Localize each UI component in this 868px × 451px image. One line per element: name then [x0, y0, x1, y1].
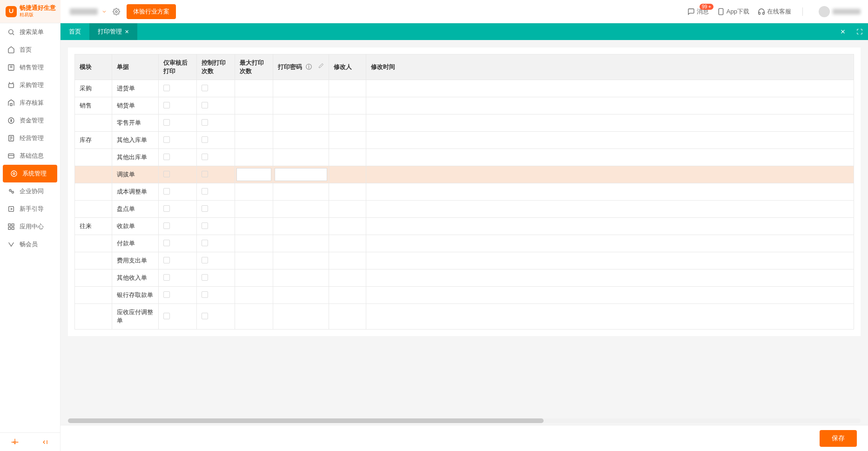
approved-only-checkbox[interactable]	[163, 85, 170, 91]
tab-home[interactable]: 首页	[61, 23, 89, 40]
cell-modify-time	[366, 287, 854, 304]
cell-max-count	[235, 304, 273, 330]
approved-only-checkbox[interactable]	[163, 205, 170, 212]
svg-point-18	[11, 171, 17, 176]
column-header-control_count: 控制打印次数	[197, 54, 235, 80]
cell-password	[273, 269, 329, 287]
cell-modifier	[329, 201, 366, 218]
cell-modifier	[329, 166, 366, 183]
cell-modify-time	[366, 252, 854, 269]
table-row: 成本调整单	[75, 183, 854, 201]
collapse-icon[interactable]	[41, 438, 49, 446]
approved-only-checkbox[interactable]	[163, 102, 170, 108]
online-service-button[interactable]: 在线客服	[758, 7, 791, 16]
approved-only-checkbox[interactable]	[163, 136, 170, 143]
cell-modify-time	[366, 235, 854, 252]
cell-max-count	[235, 132, 273, 149]
experience-plan-button[interactable]: 体验行业方案	[127, 4, 176, 19]
sidebar-item-collab[interactable]: 企业协同	[0, 182, 60, 200]
cell-approved-only	[159, 235, 197, 252]
approved-only-checkbox[interactable]	[163, 171, 170, 177]
sidebar-item-appcenter[interactable]: 应用中心	[0, 218, 60, 236]
control-count-checkbox[interactable]	[202, 274, 208, 281]
cell-max-count	[235, 201, 273, 218]
search-menu-icon	[7, 28, 15, 36]
approved-only-checkbox[interactable]	[163, 291, 170, 298]
cell-module: 采购	[75, 80, 112, 97]
control-count-checkbox[interactable]	[202, 154, 208, 160]
sidebar-item-search-menu[interactable]: 搜索菜单	[0, 23, 60, 41]
cell-approved-only	[159, 287, 197, 304]
approved-only-checkbox[interactable]	[163, 188, 170, 195]
sidebar-item-sales[interactable]: 销售管理	[0, 59, 60, 76]
svg-point-3	[9, 30, 13, 34]
table-row: 往来收款单	[75, 218, 854, 235]
sidebar-item-business[interactable]: 经营管理	[0, 129, 60, 147]
svg-rect-9	[10, 103, 12, 106]
approved-only-checkbox[interactable]	[163, 119, 170, 126]
cell-module	[75, 304, 112, 330]
max-count-input[interactable]	[236, 168, 271, 181]
gear-icon[interactable]	[113, 8, 120, 15]
control-count-checkbox[interactable]	[202, 222, 208, 229]
password-input[interactable]	[275, 168, 327, 181]
sidebar-item-home[interactable]: 首页	[0, 41, 60, 59]
close-icon[interactable]: ✕	[125, 29, 129, 35]
cell-password	[273, 132, 329, 149]
cell-module	[75, 114, 112, 132]
approved-only-checkbox[interactable]	[163, 257, 170, 263]
control-count-checkbox[interactable]	[202, 171, 208, 177]
control-count-checkbox[interactable]	[202, 85, 208, 91]
sidebar-item-purchase[interactable]: 采购管理	[0, 76, 60, 94]
table-row: 应收应付调整单	[75, 304, 854, 330]
control-count-checkbox[interactable]	[202, 136, 208, 143]
sidebar-item-inventory[interactable]: 库存核算	[0, 94, 60, 112]
top-header: 畅捷通好生意 精易版 体验行业方案 消息 99 + App下载	[0, 0, 868, 23]
approved-only-checkbox[interactable]	[163, 240, 170, 246]
help-icon[interactable]: ⓘ	[306, 63, 312, 70]
message-button[interactable]: 消息 99 +	[687, 7, 709, 16]
control-count-checkbox[interactable]	[202, 119, 208, 126]
sidebar-item-basic[interactable]: 基础信息	[0, 147, 60, 165]
sidebar-item-system[interactable]: 系统管理	[3, 165, 57, 182]
control-count-checkbox[interactable]	[202, 240, 208, 246]
user-menu[interactable]	[819, 6, 861, 17]
fullscreen-icon[interactable]	[851, 23, 868, 40]
cell-password	[273, 97, 329, 114]
horizontal-scrollbar[interactable]	[68, 418, 861, 423]
tab-print[interactable]: 打印管理✕	[89, 23, 137, 40]
control-count-checkbox[interactable]	[202, 313, 208, 319]
tab-close-all-icon[interactable]	[834, 23, 851, 40]
approved-only-checkbox[interactable]	[163, 274, 170, 281]
control-count-checkbox[interactable]	[202, 102, 208, 108]
avatar-icon	[819, 6, 830, 17]
cell-doc: 应收应付调整单	[112, 304, 159, 330]
svg-point-0	[115, 11, 117, 13]
company-selector[interactable]	[70, 8, 107, 15]
settings-icon[interactable]	[11, 438, 19, 446]
cell-approved-only	[159, 218, 197, 235]
control-count-checkbox[interactable]	[202, 188, 208, 195]
approved-only-checkbox[interactable]	[163, 154, 170, 160]
control-count-checkbox[interactable]	[202, 291, 208, 298]
sidebar-item-funds[interactable]: 资金管理	[0, 112, 60, 129]
cell-max-count	[235, 252, 273, 269]
sidebar-item-guide[interactable]: 新手引导	[0, 200, 60, 218]
home-icon	[7, 46, 15, 54]
app-download-button[interactable]: App下载	[717, 7, 749, 16]
column-header-module: 模块	[75, 54, 112, 80]
control-count-checkbox[interactable]	[202, 257, 208, 263]
cell-module	[75, 166, 112, 183]
column-header-password: 打印密码 ⓘ	[273, 54, 329, 80]
edit-icon[interactable]	[318, 63, 324, 68]
control-count-checkbox[interactable]	[202, 205, 208, 212]
save-button[interactable]: 保存	[820, 430, 857, 447]
approved-only-checkbox[interactable]	[163, 313, 170, 319]
cell-password	[273, 218, 329, 235]
table-row: 付款单	[75, 235, 854, 252]
sidebar-item-member[interactable]: 畅会员	[0, 236, 60, 253]
cell-control-count	[197, 201, 235, 218]
cell-module: 销售	[75, 97, 112, 114]
approved-only-checkbox[interactable]	[163, 222, 170, 229]
logo: 畅捷通好生意 精易版	[0, 0, 61, 23]
